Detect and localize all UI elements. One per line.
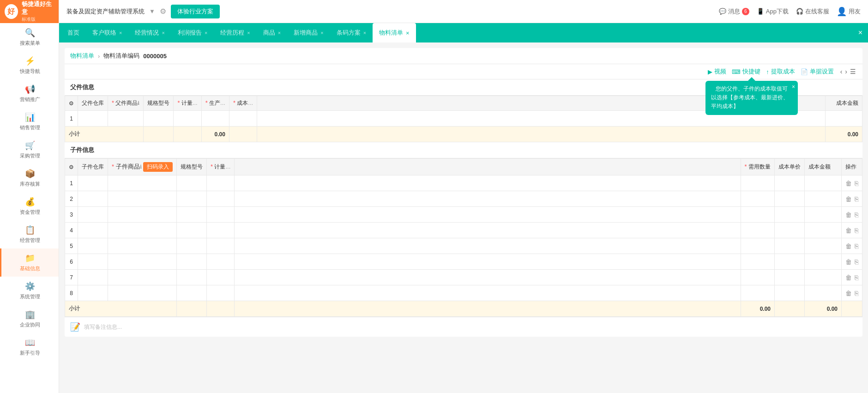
- th-child-warehouse: 子件仓库: [78, 159, 108, 175]
- delete-icon-2[interactable]: 🗑: [845, 195, 852, 203]
- parent-warehouse-cell[interactable]: [78, 111, 108, 127]
- copy-icon-5[interactable]: ⎘: [855, 242, 858, 250]
- extract-icon: ↑: [766, 68, 769, 75]
- delete-icon-6[interactable]: 🗑: [845, 258, 852, 266]
- sidebar-item-sales[interactable]: 📊 销售管理: [0, 108, 59, 136]
- breadcrumb: 物料清单 › 物料清单编码 0000005: [65, 48, 862, 64]
- tab-goods[interactable]: 商品 ×: [257, 23, 287, 42]
- sidebar-item-finance[interactable]: 💰 资金管理: [0, 192, 59, 220]
- tab-operation-history[interactable]: 经营历程 ×: [214, 23, 256, 42]
- video-icon: ▶: [708, 68, 712, 75]
- parent-cost-amount-cell[interactable]: [826, 111, 862, 127]
- navtabs: 首页 客户联络 × 经营情况 × 利润报告 × 经营历程 × 商品 × 新增商品…: [59, 23, 868, 42]
- topbar-actions: 💬 消息 6 📱 App下载 🎧 在线客服 👤 用友: [719, 6, 861, 17]
- child-row-1-goods[interactable]: [108, 175, 177, 191]
- sidebar-item-quick-nav[interactable]: ⚡ 快捷导航: [0, 51, 59, 79]
- tab-bom[interactable]: 物料清单 ×: [373, 23, 416, 42]
- th-child-quantity: * 需用数量: [741, 159, 774, 175]
- tab-close-new-goods[interactable]: ×: [320, 30, 323, 36]
- sidebar-item-stock[interactable]: 📦 库存核算: [0, 164, 59, 192]
- th-child-goods: * 子件商品ℹ 扫码录入: [108, 159, 177, 175]
- child-row-1-spec[interactable]: [177, 175, 207, 191]
- tab-close-customer[interactable]: ×: [119, 30, 122, 36]
- single-settings-btn[interactable]: 📄 单据设置: [801, 67, 834, 76]
- online-service-btn[interactable]: 🎧 在线客服: [796, 7, 829, 16]
- copy-icon-6[interactable]: ⎘: [855, 258, 858, 266]
- delete-icon-8[interactable]: 🗑: [845, 290, 852, 297]
- tab-close-profit[interactable]: ×: [205, 30, 207, 36]
- message-btn[interactable]: 💬 消息 6: [719, 7, 749, 16]
- copy-icon-7[interactable]: ⎘: [855, 274, 858, 281]
- parent-unit-cell[interactable]: [174, 111, 201, 127]
- copy-icon-8[interactable]: ⎘: [855, 290, 858, 297]
- child-row-1-warehouse[interactable]: [78, 175, 108, 191]
- tab-close-bom[interactable]: ×: [406, 30, 410, 36]
- parent-goods-cell[interactable]: [108, 111, 144, 127]
- view-btn[interactable]: ▶ 视频: [708, 67, 726, 76]
- parent-spec-cell[interactable]: [144, 111, 174, 127]
- sidebar-item-system[interactable]: ⚙️ 系统管理: [0, 277, 59, 305]
- sidebar-item-purchase[interactable]: 🛒 采购管理: [0, 136, 59, 164]
- th-parent-unit: * 计量...: [174, 96, 201, 111]
- child-row-1-quantity[interactable]: [741, 175, 774, 191]
- trial-button[interactable]: 体验行业方案: [171, 5, 220, 18]
- th-child-settings: ⚙: [65, 159, 78, 175]
- child-row-1-unit[interactable]: [207, 175, 235, 191]
- sales-icon: 📊: [25, 112, 35, 122]
- navtabs-end: ×: [855, 27, 866, 39]
- tab-close-barcode[interactable]: ×: [363, 30, 366, 36]
- child-row-1-cost-amount[interactable]: [805, 175, 842, 191]
- navtab-close-all[interactable]: ×: [855, 27, 866, 39]
- app-download-btn[interactable]: 📱 App下载: [757, 7, 789, 16]
- tooltip-box: × 您的父件、子件的成本取值可以选择【参考成本、最新进价、平均成本】: [705, 81, 798, 115]
- delete-icon-1[interactable]: 🗑: [845, 180, 852, 187]
- child-row-7: 7 🗑⎘: [65, 270, 862, 285]
- breadcrumb-code-label: 物料清单编码: [103, 52, 139, 60]
- settings-icon[interactable]: ⚙: [160, 7, 166, 16]
- parent-production-cell[interactable]: [201, 111, 229, 127]
- sidebar-item-enterprise[interactable]: 🏢 企业协同: [0, 305, 59, 333]
- copy-icon-3[interactable]: ⎘: [855, 211, 858, 218]
- parent-subtotal-amount: 0.00: [826, 127, 862, 142]
- tab-home[interactable]: 首页: [61, 23, 86, 42]
- stock-icon: 📦: [25, 169, 35, 179]
- sidebar-item-marketing[interactable]: 📢 营销推广: [0, 79, 59, 108]
- th-parent-warehouse: 父件仓库: [78, 96, 108, 111]
- tab-customer[interactable]: 客户联络 ×: [86, 23, 128, 42]
- tab-new-goods[interactable]: 新增商品 ×: [287, 23, 330, 42]
- topbar-dropdown-icon[interactable]: ▼: [149, 8, 155, 15]
- sidebar-item-operation[interactable]: 📋 经营管理: [0, 220, 59, 248]
- nav-menu[interactable]: ☰: [849, 67, 857, 76]
- scan-btn[interactable]: 扫码录入: [143, 162, 173, 172]
- copy-icon-1[interactable]: ⎘: [855, 180, 858, 187]
- sidebar-item-search[interactable]: 🔍 搜索菜单: [0, 23, 59, 51]
- delete-icon-4[interactable]: 🗑: [845, 227, 852, 234]
- extract-cost-btn[interactable]: ↑ 提取成本: [766, 67, 795, 76]
- shortcut-btn[interactable]: ⌨ 快捷键: [732, 67, 760, 76]
- tab-operation-status[interactable]: 经营情况 ×: [128, 23, 171, 42]
- copy-icon-2[interactable]: ⎘: [855, 195, 858, 203]
- nav-prev[interactable]: ‹: [839, 67, 844, 76]
- parent-row-num: 1: [65, 111, 78, 127]
- tab-barcode[interactable]: 条码方案 ×: [330, 23, 373, 42]
- sidebar-item-guide[interactable]: 📖 新手引导: [0, 333, 59, 361]
- tab-close-goods[interactable]: ×: [278, 30, 281, 36]
- child-row-1-unit-cost[interactable]: [775, 175, 805, 191]
- child-row-4: 4 🗑⎘: [65, 223, 862, 238]
- tooltip-close-btn[interactable]: ×: [792, 83, 795, 91]
- user-btn[interactable]: 👤 用友: [837, 6, 861, 17]
- breadcrumb-parent[interactable]: 物料清单: [70, 52, 94, 60]
- delete-icon-3[interactable]: 🗑: [845, 211, 852, 218]
- tab-close-operation-status[interactable]: ×: [162, 30, 164, 36]
- delete-icon-5[interactable]: 🗑: [845, 242, 852, 250]
- search-icon: 🔍: [25, 28, 35, 38]
- delete-icon-7[interactable]: 🗑: [845, 274, 852, 281]
- tab-profit[interactable]: 利润报告 ×: [171, 23, 214, 42]
- sidebar-item-basic[interactable]: 📁 基础信息: [0, 248, 59, 277]
- copy-icon-4[interactable]: ⎘: [855, 227, 858, 234]
- tab-close-operation-history[interactable]: ×: [247, 30, 250, 36]
- marketing-icon: 📢: [25, 84, 35, 94]
- user-icon: 👤: [837, 6, 847, 17]
- nav-next[interactable]: ›: [844, 67, 848, 76]
- parent-cost-cell[interactable]: [229, 111, 257, 127]
